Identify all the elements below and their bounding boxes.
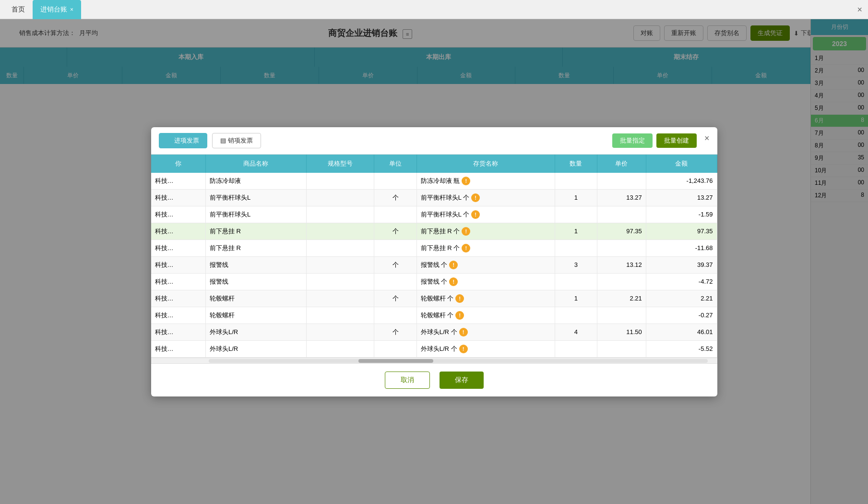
table-row[interactable]: 科技… 外球头L/R 外球头L/R 个! -5.52 xyxy=(151,340,717,357)
cell-spec xyxy=(306,290,374,307)
cell-product: 轮毂螺杆 xyxy=(205,307,306,324)
cell-product: 前平衡杆球头L xyxy=(205,189,306,206)
cell-qty xyxy=(555,307,597,324)
cell-company: 科技… xyxy=(151,206,206,223)
cell-amount: -4.72 xyxy=(646,273,717,290)
cell-price: 13.27 xyxy=(597,189,646,206)
cell-unit: 个 xyxy=(374,290,416,307)
table-row[interactable]: 科技… 前下悬挂 R 前下悬挂 R 个! -11.68 xyxy=(151,240,717,256)
warn-icon: ! xyxy=(455,294,464,303)
cell-stock: 前下悬挂 R 个! xyxy=(416,223,555,240)
cell-company: 科技… xyxy=(151,340,206,357)
batch-assign-button[interactable]: 批量指定 xyxy=(612,133,653,148)
cell-product: 报警线 xyxy=(205,256,306,273)
cell-amount: 2.21 xyxy=(646,290,717,307)
modal-header-actions: 批量指定 批量创建 × xyxy=(612,133,710,148)
cell-spec xyxy=(306,256,374,273)
col-header-price: 单价 xyxy=(597,155,646,173)
horizontal-scrollbar[interactable] xyxy=(151,358,717,363)
table-row[interactable]: 科技… 外球头L/R 个 外球头L/R 个! 4 11.50 46.01 xyxy=(151,324,717,340)
cell-spec xyxy=(306,206,374,223)
cell-price xyxy=(597,173,646,190)
cell-amount: 13.27 xyxy=(646,189,717,206)
warn-icon: ! xyxy=(459,345,468,353)
col-header-spec: 规格型号 xyxy=(306,155,374,173)
cell-spec xyxy=(306,307,374,324)
cell-product: 防冻冷却液 xyxy=(205,173,306,190)
cell-unit xyxy=(374,273,416,290)
cell-price xyxy=(597,340,646,357)
cell-qty: 3 xyxy=(555,256,597,273)
cell-product: 前下悬挂 R xyxy=(205,240,306,256)
cell-amount: -1.59 xyxy=(646,206,717,223)
cell-price xyxy=(597,206,646,223)
outgoing-icon: ▤ xyxy=(220,137,226,144)
cell-qty: 1 xyxy=(555,223,597,240)
table-row[interactable]: 科技… 轮毂螺杆 个 轮毂螺杆 个! 1 2.21 2.21 xyxy=(151,290,717,307)
modal-close-button[interactable]: × xyxy=(704,133,710,148)
modal-table-body: 科技… 防冻冷却液 防冻冷却液 瓶! -1,243.76 科技… 前平衡杆球头L… xyxy=(151,173,717,358)
cell-amount: 46.01 xyxy=(646,324,717,340)
warn-icon: ! xyxy=(455,311,464,320)
cell-unit: 个 xyxy=(374,256,416,273)
tab-home[interactable]: 首页 xyxy=(4,0,33,19)
cell-amount: -11.68 xyxy=(646,240,717,256)
warn-icon: ! xyxy=(462,227,470,236)
cell-stock: 轮毂螺杆 个! xyxy=(416,290,555,307)
cell-spec xyxy=(306,340,374,357)
scrollbar-track xyxy=(209,359,708,363)
tab-outgoing-invoices[interactable]: ▤ 销项发票 xyxy=(212,133,261,148)
cell-company: 科技… xyxy=(151,189,206,206)
cell-price: 13.12 xyxy=(597,256,646,273)
table-row[interactable]: 科技… 前平衡杆球头L 个 前平衡杆球头L 个! 1 13.27 13.27 xyxy=(151,189,717,206)
table-row[interactable]: 科技… 防冻冷却液 防冻冷却液 瓶! -1,243.76 xyxy=(151,173,717,190)
cancel-button[interactable]: 取消 xyxy=(385,372,430,389)
cell-unit xyxy=(374,340,416,357)
cell-stock: 报警线 个! xyxy=(416,256,555,273)
modal-table-container[interactable]: 你 商品名称 规格型号 单位 存货名称 数量 单价 金额 科技… 防冻冷却液 xyxy=(151,155,717,358)
cell-qty xyxy=(555,240,597,256)
window-close-button[interactable]: × xyxy=(857,4,862,14)
warn-icon: ! xyxy=(449,261,458,269)
table-row[interactable]: 科技… 报警线 报警线 个! -4.72 xyxy=(151,273,717,290)
cell-amount: 39.37 xyxy=(646,256,717,273)
modal-header: ⊙ 进项发票 ▤ 销项发票 批量指定 批量创建 × xyxy=(151,127,717,155)
table-row[interactable]: 科技… 前下悬挂 R 个 前下悬挂 R 个! 1 97.35 97.35 xyxy=(151,223,717,240)
cell-qty: 1 xyxy=(555,290,597,307)
warn-icon: ! xyxy=(462,244,470,252)
cell-amount: -1,243.76 xyxy=(646,173,717,190)
table-row[interactable]: 科技… 报警线 个 报警线 个! 3 13.12 39.37 xyxy=(151,256,717,273)
col-header-stock: 存货名称 xyxy=(416,155,555,173)
cell-price xyxy=(597,307,646,324)
batch-create-button[interactable]: 批量创建 xyxy=(656,133,697,148)
cell-stock: 外球头L/R 个! xyxy=(416,324,555,340)
warn-icon: ! xyxy=(471,193,480,202)
cell-unit: 个 xyxy=(374,223,416,240)
cell-product: 轮毂螺杆 xyxy=(205,290,306,307)
cell-spec xyxy=(306,240,374,256)
cell-spec xyxy=(306,273,374,290)
cell-spec xyxy=(306,324,374,340)
cell-stock: 前平衡杆球头L 个! xyxy=(416,189,555,206)
tab-ledger[interactable]: 进销台账 × xyxy=(33,0,81,19)
table-row[interactable]: 科技… 前平衡杆球头L 前平衡杆球头L 个! -1.59 xyxy=(151,206,717,223)
cell-unit xyxy=(374,173,416,190)
scrollbar-thumb[interactable] xyxy=(358,359,433,363)
cell-price: 11.50 xyxy=(597,324,646,340)
table-row[interactable]: 科技… 轮毂螺杆 轮毂螺杆 个! -0.27 xyxy=(151,307,717,324)
modal-dialog: ⊙ 进项发票 ▤ 销项发票 批量指定 批量创建 × xyxy=(151,127,717,396)
cell-qty xyxy=(555,173,597,190)
cell-spec xyxy=(306,223,374,240)
cell-unit: 个 xyxy=(374,189,416,206)
cell-stock: 前下悬挂 R 个! xyxy=(416,240,555,256)
cell-stock: 轮毂螺杆 个! xyxy=(416,307,555,324)
save-button[interactable]: 保存 xyxy=(440,372,484,389)
col-header-amount: 金额 xyxy=(646,155,717,173)
cell-unit: 个 xyxy=(374,324,416,340)
modal-footer: 取消 保存 xyxy=(151,363,717,396)
cell-company: 科技… xyxy=(151,324,206,340)
tab-incoming-invoices[interactable]: ⊙ 进项发票 xyxy=(159,133,207,148)
tab-ledger-close[interactable]: × xyxy=(70,6,73,13)
cell-price xyxy=(597,273,646,290)
cell-price: 2.21 xyxy=(597,290,646,307)
